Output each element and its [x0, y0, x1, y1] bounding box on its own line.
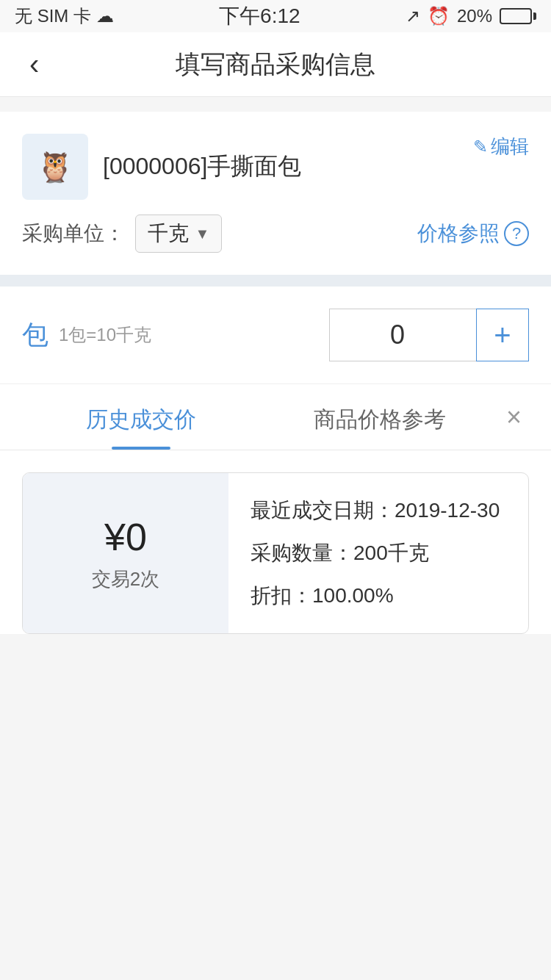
- quantity-value: 200千克: [353, 541, 429, 564]
- nav-bar: ‹ 填写商品采购信息: [0, 32, 551, 97]
- sim-signal-text: 无 SIM 卡 ☁: [15, 4, 114, 28]
- status-time: 下午6:12: [219, 2, 300, 30]
- unit-dropdown-arrow: ▼: [195, 226, 209, 242]
- product-card: 🦉 [0000006]手撕面包 ✎ 编辑 采购单位： 千克 ▼ 价格参照 ?: [0, 112, 551, 275]
- quantity-unit-tag: 包: [22, 317, 48, 353]
- status-bar: 无 SIM 卡 ☁ 下午6:12 ↗ ⏰ 20%: [0, 0, 551, 32]
- price-ref-label: 价格参照: [417, 220, 500, 248]
- history-discount-row: 折扣：100.00%: [251, 580, 506, 611]
- quantity-sub-text: 1包=10千克: [59, 323, 151, 347]
- unit-select[interactable]: 千克 ▼: [135, 215, 222, 253]
- location-icon: ↗: [406, 6, 420, 26]
- price-reference-link[interactable]: 价格参照 ?: [417, 220, 529, 248]
- discount-label: 折扣：: [251, 584, 312, 607]
- date-label: 最近成交日期：: [251, 499, 395, 522]
- status-left: 无 SIM 卡 ☁: [15, 4, 114, 28]
- product-logo-icon: 🦉: [37, 150, 73, 184]
- bottom-panel: 历史成交价 商品价格参考 × ¥0 交易2次 最近成交日期：2019-12-30…: [0, 384, 551, 634]
- price-ref-help-icon: ?: [504, 221, 529, 246]
- history-price-value: ¥0: [104, 515, 147, 559]
- quantity-label: 采购数量：: [251, 541, 353, 564]
- history-price-left: ¥0 交易2次: [23, 473, 228, 633]
- history-card: ¥0 交易2次 最近成交日期：2019-12-30 采购数量：200千克 折扣：…: [22, 472, 529, 634]
- battery-icon: [500, 8, 536, 24]
- history-date-row: 最近成交日期：2019-12-30: [251, 495, 506, 526]
- edit-button[interactable]: ✎ 编辑: [473, 134, 529, 159]
- unit-value: 千克: [148, 220, 189, 248]
- back-button[interactable]: ‹: [22, 40, 46, 88]
- page-title: 填写商品采购信息: [176, 48, 375, 82]
- quantity-input[interactable]: [329, 309, 476, 361]
- tab-history-price[interactable]: 历史成交价: [22, 384, 260, 450]
- status-right: ↗ ⏰ 20%: [406, 6, 536, 26]
- edit-icon: ✎: [473, 137, 488, 157]
- section-divider: [0, 275, 551, 287]
- unit-label: 采购单位：: [22, 222, 125, 245]
- history-details-right: 最近成交日期：2019-12-30 采购数量：200千克 折扣：100.00%: [228, 473, 528, 633]
- history-trade-count: 交易2次: [92, 566, 159, 592]
- product-header: 🦉 [0000006]手撕面包 ✎ 编辑: [22, 134, 529, 200]
- tab-price-reference[interactable]: 商品价格参考: [260, 384, 498, 450]
- product-thumbnail: 🦉: [22, 134, 88, 200]
- history-quantity-row: 采购数量：200千克: [251, 538, 506, 569]
- date-value: 2019-12-30: [395, 499, 500, 522]
- alarm-icon: ⏰: [428, 6, 450, 26]
- unit-section: 采购单位： 千克 ▼: [22, 215, 222, 253]
- quantity-plus-button[interactable]: +: [476, 309, 529, 361]
- quantity-left: 包 1包=10千克: [22, 317, 151, 353]
- close-panel-button[interactable]: ×: [499, 394, 529, 440]
- discount-value: 100.00%: [312, 584, 394, 607]
- quantity-input-group: +: [329, 309, 529, 361]
- tabs-row: 历史成交价 商品价格参考 ×: [0, 384, 551, 450]
- battery-percent: 20%: [457, 6, 492, 26]
- quantity-row: 包 1包=10千克 +: [0, 287, 551, 384]
- product-unit-row: 采购单位： 千克 ▼ 价格参照 ?: [22, 215, 529, 253]
- product-info-left: 🦉 [0000006]手撕面包: [22, 134, 301, 200]
- product-name: [0000006]手撕面包: [103, 151, 301, 183]
